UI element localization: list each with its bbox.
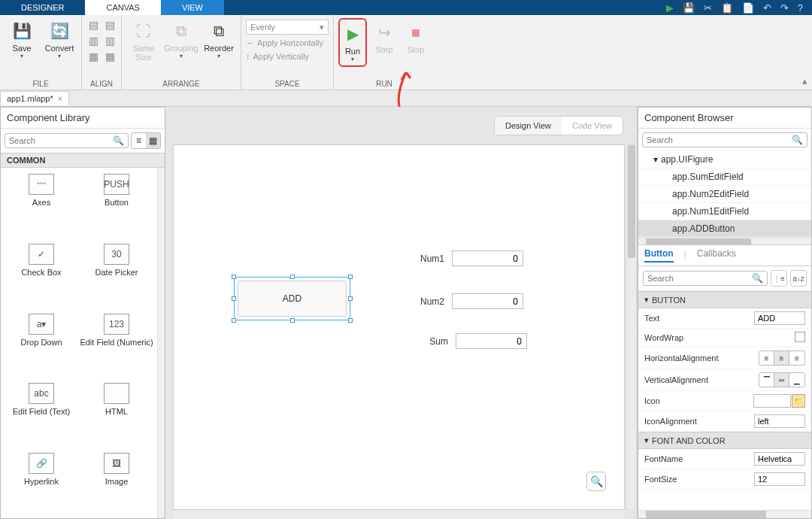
prop-view-icon[interactable]: ⋮≡ [771, 270, 787, 287]
library-item[interactable]: ✓Check Box [4, 244, 79, 303]
save-big-icon: 💾 [11, 20, 33, 42]
prop-icon-name: Icon [644, 396, 753, 405]
section-button-header[interactable]: ▾BUTTON [638, 291, 811, 308]
align-top-icon[interactable]: ▤ [103, 18, 117, 31]
tree-item[interactable]: app.SumEditField [638, 168, 811, 186]
search-icon: 🔍 [792, 135, 803, 145]
file-tab-label: app1.mlapp* [7, 94, 53, 103]
library-scrollbar[interactable] [157, 168, 165, 518]
tree-item[interactable]: app.Num2EditField [638, 186, 811, 203]
apply-vertically-button[interactable]: ↕Apply Vertically [246, 51, 309, 62]
prop-text-name: Text [644, 314, 754, 323]
code-view-button[interactable]: Code View [562, 117, 623, 135]
ribbon-collapse-icon[interactable]: ▴ [802, 75, 807, 86]
add-button-component[interactable]: ADD [234, 277, 350, 320]
num2-field-group: Num2 [407, 293, 523, 309]
num1-input[interactable] [452, 250, 523, 266]
library-item[interactable]: PUSHButton [79, 174, 154, 233]
ribbon-group-arrange: ARRANGE [126, 80, 236, 88]
design-view-button[interactable]: Design View [495, 117, 562, 135]
ribbon-group-space: SPACE [246, 80, 329, 88]
prop-wordwrap-name: WordWrap [644, 333, 795, 342]
library-item-icon: 〰 [29, 174, 54, 195]
zoom-button[interactable]: 🔍 [586, 472, 606, 491]
run-button[interactable]: ▶ Run ▾ [338, 18, 367, 67]
cut-icon[interactable]: ✂ [704, 2, 712, 14]
component-browser-title: Component Browser [638, 108, 811, 129]
num2-input[interactable] [452, 293, 523, 309]
tree-hscrollbar[interactable] [638, 238, 811, 244]
prop-iconalign-value[interactable] [754, 414, 805, 428]
library-item[interactable]: 🔗Hyperlink [4, 453, 79, 512]
library-item-icon: ✓ [29, 244, 54, 265]
prop-hscrollbar[interactable] [638, 510, 811, 518]
prop-fontname-value[interactable] [754, 452, 805, 466]
paste-icon[interactable]: 📄 [742, 2, 754, 14]
tab-callbacks[interactable]: Callbacks [697, 248, 736, 263]
apply-horizontally-button[interactable]: ↔Apply Horizontally [246, 38, 323, 48]
canvas-hscrollbar[interactable] [173, 510, 625, 519]
save-button[interactable]: 💾 Save ▾ [5, 18, 39, 59]
prop-wordwrap-checkbox[interactable] [795, 332, 805, 342]
align-right-icon[interactable]: ▦ [86, 50, 100, 63]
browse-icon-button[interactable]: 📁 [792, 394, 805, 408]
section-font-header[interactable]: ▾FONT AND COLOR [638, 432, 811, 449]
prop-iconalign-name: IconAlignment [644, 417, 754, 426]
property-search-input[interactable]: 🔍 [643, 271, 768, 286]
save-icon[interactable]: 💾 [683, 2, 695, 14]
tab-view[interactable]: VIEW [161, 0, 224, 15]
view-list-icon[interactable]: ≡ [132, 133, 146, 148]
view-grid-icon[interactable]: ▦ [146, 133, 160, 148]
library-item[interactable]: abcEdit Field (Text) [4, 383, 79, 442]
library-item[interactable]: 🖼Image [79, 453, 154, 512]
ribbon-group-file: FILE [5, 80, 77, 88]
stop-button: ■ Stop [401, 18, 430, 57]
design-canvas[interactable]: ADD Num1 Num2 Sum [173, 144, 625, 510]
library-item[interactable]: HTML [79, 383, 154, 442]
copy-icon[interactable]: 📋 [721, 2, 733, 14]
library-item-icon: 🖼 [104, 453, 129, 474]
valign-buttons[interactable]: ▔═▁ [759, 372, 805, 387]
prop-fontsize-value[interactable] [754, 472, 805, 486]
help-icon[interactable]: ? [798, 2, 803, 14]
library-item[interactable]: 123Edit Field (Numeric) [79, 314, 154, 373]
halign-buttons[interactable]: ≡≡≡ [759, 351, 805, 366]
library-item-label: Hyperlink [24, 477, 59, 487]
library-search-input[interactable]: 🔍 [5, 133, 129, 148]
browser-search-input[interactable]: 🔍 [642, 132, 807, 147]
file-tab[interactable]: app1.mlapp* × [0, 91, 69, 105]
align-center-h-icon[interactable]: ▥ [86, 34, 100, 47]
tab-designer[interactable]: DESIGNER [0, 0, 85, 15]
tab-canvas[interactable]: CANVAS [85, 0, 160, 15]
undo-icon[interactable]: ↶ [763, 2, 771, 14]
run-icon[interactable]: ▶ [666, 2, 674, 14]
search-icon: 🔍 [113, 135, 124, 146]
library-item[interactable]: 〰Axes [4, 174, 79, 233]
sum-input[interactable] [456, 333, 527, 349]
tree-item[interactable]: app.Num1EditField [638, 203, 811, 220]
canvas-vscrollbar[interactable] [626, 144, 637, 510]
library-item[interactable]: a▾Drop Down [4, 314, 79, 373]
stop-icon: ■ [404, 21, 427, 44]
step-icon: ↪ [373, 21, 395, 44]
tree-root[interactable]: ▾app.UIFigure [638, 151, 811, 168]
redo-icon[interactable]: ↷ [780, 2, 789, 14]
reorder-button[interactable]: ⧉ Reorder ▾ [201, 18, 236, 59]
prop-text-value[interactable] [754, 311, 805, 325]
align-bottom-icon[interactable]: ▦ [103, 50, 117, 63]
library-item-label: Button [105, 198, 129, 208]
prop-sort-icon[interactable]: a↓z [790, 270, 807, 287]
convert-button[interactable]: 🔄 Convert ▾ [42, 18, 77, 59]
library-item[interactable]: 30Date Picker [79, 244, 154, 303]
prop-icon-value[interactable] [753, 394, 791, 408]
tab-button-props[interactable]: Button [644, 248, 674, 263]
same-size-button: ⛶ Same Size [126, 18, 161, 62]
num2-label: Num2 [407, 296, 444, 307]
align-center-v-icon[interactable]: ▥ [103, 34, 117, 47]
tree-item[interactable]: app.ADDButton [638, 220, 811, 238]
prop-halign-name: HorizontalAlignment [644, 354, 759, 363]
spacing-dropdown[interactable]: Evenly▾ [246, 20, 329, 35]
close-file-icon[interactable]: × [58, 94, 62, 103]
prop-valign-name: VerticalAlignment [644, 375, 759, 384]
align-left-icon[interactable]: ▤ [86, 18, 100, 31]
